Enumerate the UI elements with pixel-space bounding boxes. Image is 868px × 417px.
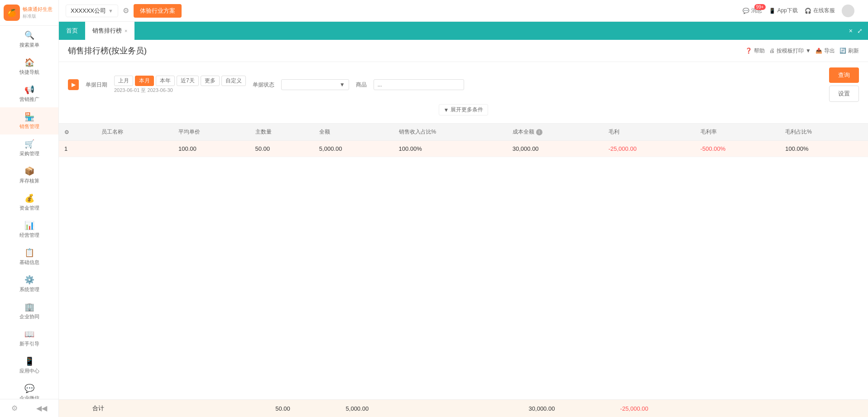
topbar-settings-icon[interactable]: ⚙: [123, 6, 129, 15]
sidebar-item-management[interactable]: 📊 经营管理: [0, 216, 58, 243]
message-item[interactable]: 💬 消息 99+: [743, 7, 762, 14]
window-maximize-icon[interactable]: ⤢: [857, 27, 863, 34]
footer-gross-profit: -25,000.00: [615, 400, 699, 417]
footer-label: 合计: [87, 400, 200, 417]
th-main-qty: 主数量: [250, 124, 314, 141]
cell-avg-price: 100.00: [173, 141, 250, 157]
table-footer: 合计 50.00 5,000.00 30,000.00 -25,000.00: [59, 399, 868, 417]
sidebar-item-search[interactable]: 🔍 搜索菜单: [0, 26, 58, 53]
column-settings-icon: ⚙: [64, 129, 69, 135]
logo-sub: 标准版: [23, 13, 53, 19]
app-download-label: App下载: [777, 7, 798, 14]
enterprise-icon: 🏢: [24, 302, 34, 312]
message-badge: 99+: [754, 4, 766, 10]
export-button[interactable]: 📤 导出: [815, 47, 835, 55]
cell-employee-name: [96, 141, 173, 157]
expand-label: 展开更多条件: [451, 106, 483, 114]
sidebar-item-apps[interactable]: 📱 应用中心: [0, 352, 58, 379]
cost-info-icon[interactable]: i: [536, 129, 542, 135]
window-close-icon[interactable]: ×: [849, 27, 853, 34]
sidebar-item-wechat[interactable]: 💬 企业微信: [0, 379, 58, 399]
sidebar-item-label: 基础信息: [19, 259, 39, 266]
online-service-item[interactable]: 🎧 在线客服: [805, 7, 835, 14]
cell-rank: 1: [59, 141, 96, 157]
th-cost-total: 成本全额 i: [507, 124, 603, 141]
sidebar-collapse-btn[interactable]: ◀◀: [36, 404, 47, 412]
company-dropdown-arrow: ▼: [108, 8, 113, 14]
date-filter-buttons: 上月 本月 本年 近7天 更多 自定义: [114, 76, 246, 86]
sidebar-item-guide[interactable]: 📖 新手引导: [0, 325, 58, 352]
trial-button[interactable]: 体验行业方案: [134, 4, 182, 18]
sidebar-footer: ⚙ ◀◀: [0, 399, 58, 417]
page-header-actions: ❓ 帮助 🖨 按模板打印 ▼ 📤 导出 🔄 刷新: [745, 47, 859, 55]
purchase-icon: 🛒: [24, 139, 34, 149]
template-print-arrow: ▼: [806, 48, 811, 54]
sidebar-item-label: 经营管理: [19, 232, 39, 239]
search-icon: 🔍: [24, 30, 34, 40]
logo-icon: 🍊: [4, 5, 20, 21]
status-filter-arrow: ▼: [340, 81, 345, 88]
message-icon: 💬: [743, 8, 749, 14]
footer-avg-price: [200, 400, 270, 417]
th-gross-pct: 毛利占比%: [780, 124, 868, 141]
user-avatar[interactable]: [842, 5, 854, 17]
filter-toggle-btn[interactable]: ▶: [68, 79, 79, 90]
table-header: ⚙ 员工名称 平均单价 主数量 全额 销售收入占比% 成本全额 i 毛利 毛利率…: [59, 124, 868, 141]
refresh-label: 刷新: [848, 47, 859, 55]
tab-close-icon[interactable]: ×: [125, 28, 127, 34]
table-body: 1 100.00 50.00 5,000.00 100.00% 30,000.0…: [59, 141, 868, 157]
cell-total: 5,000.00: [314, 141, 393, 157]
template-print-button[interactable]: 🖨 按模板打印 ▼: [769, 47, 811, 55]
sidebar-item-system[interactable]: ⚙️ 系统管理: [0, 270, 58, 297]
online-service-label: 在线客服: [813, 7, 835, 14]
sidebar-item-label: 资金管理: [19, 205, 39, 211]
date-btn-custom[interactable]: 自定义: [221, 76, 246, 86]
management-icon: 📊: [24, 220, 34, 230]
date-btn-this-month[interactable]: 本月: [135, 76, 154, 86]
sidebar-item-finance[interactable]: 💰 资金管理: [0, 189, 58, 216]
footer-gross-pct: [784, 400, 868, 417]
sidebar-item-label: 新手引导: [19, 340, 39, 347]
status-filter-select[interactable]: ▼: [281, 79, 349, 90]
sidebar-item-quick-nav[interactable]: 🏠 快捷导航: [0, 53, 58, 80]
goods-filter-input[interactable]: ...: [374, 79, 464, 90]
app-download-item[interactable]: 📱 App下载: [769, 7, 798, 14]
help-button[interactable]: ❓ 帮助: [745, 47, 765, 55]
cell-sales-pct: 100.00%: [393, 141, 507, 157]
guide-icon: 📖: [24, 329, 34, 339]
th-settings[interactable]: ⚙: [59, 124, 96, 141]
table-area: ⚙ 员工名称 平均单价 主数量 全额 销售收入占比% 成本全额 i 毛利 毛利率…: [59, 124, 868, 399]
marketing-icon: 📢: [24, 85, 34, 95]
sidebar-item-basic-info[interactable]: 📋 基础信息: [0, 243, 58, 270]
headset-icon: 🎧: [805, 8, 811, 14]
expand-more-btn[interactable]: ▼ 展开更多条件: [439, 104, 489, 115]
sidebar-item-marketing[interactable]: 📢 营销推广: [0, 80, 58, 107]
logo-text: 畅康通好生意: [23, 6, 53, 13]
cell-main-qty: 50.00: [250, 141, 314, 157]
refresh-button[interactable]: 🔄 刷新: [839, 47, 859, 55]
sidebar-item-enterprise[interactable]: 🏢 企业协同: [0, 297, 58, 325]
date-btn-more[interactable]: 更多: [201, 76, 220, 86]
sidebar-settings-btn[interactable]: ⚙: [11, 404, 18, 412]
th-avg-price: 平均单价: [173, 124, 250, 141]
sidebar-item-purchase[interactable]: 🛒 采购管理: [0, 134, 58, 162]
sidebar-item-inventory[interactable]: 📦 库存核算: [0, 162, 58, 189]
date-btn-last-7-days[interactable]: 近7天: [177, 76, 199, 86]
company-selector[interactable]: XXXXXX公司 ▼: [66, 5, 118, 17]
date-btn-last-month[interactable]: 上月: [114, 76, 133, 86]
sidebar-item-sales[interactable]: 🏪 销售管理: [0, 107, 58, 134]
query-button[interactable]: 查询: [829, 67, 859, 83]
tab-sales-ranking[interactable]: 销售排行榜 ×: [85, 22, 134, 40]
help-icon: ❓: [745, 48, 752, 54]
footer-main-qty: 50.00: [270, 400, 340, 417]
sidebar-item-label: 企业协同: [19, 313, 39, 320]
page-title: 销售排行榜(按业务员): [68, 45, 147, 56]
settings-button[interactable]: 设置: [829, 86, 859, 102]
tab-home[interactable]: 首页: [59, 22, 85, 40]
sidebar-item-label: 系统管理: [19, 286, 39, 293]
date-btn-this-year[interactable]: 本年: [156, 76, 175, 86]
sidebar: 🍊 畅康通好生意 标准版 🔍 搜索菜单 🏠 快捷导航 📢 营销推广 🏪 销售管理…: [0, 0, 59, 417]
tab-bar: 首页 销售排行榜 × × ⤢: [59, 22, 868, 40]
cell-gross-pct: 100.00%: [780, 141, 868, 157]
sidebar-logo: 🍊 畅康通好生意 标准版: [0, 0, 58, 26]
